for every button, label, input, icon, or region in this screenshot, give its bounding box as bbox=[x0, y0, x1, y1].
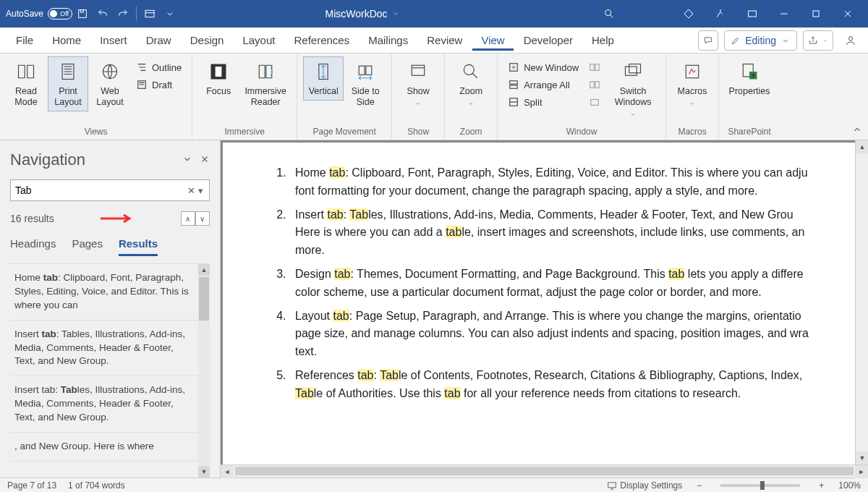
document-title[interactable]: MiscWorkDoc bbox=[180, 8, 544, 20]
results-list: Home tab: Clipboard, Font, Paragraph, St… bbox=[10, 263, 210, 478]
zoom-button[interactable]: Zoom bbox=[451, 56, 491, 111]
next-result-button[interactable]: ∨ bbox=[195, 211, 210, 226]
scroll-down-icon[interactable]: ▼ bbox=[198, 466, 210, 478]
result-item[interactable]: Home tab: Clipboard, Font, Paragraph, St… bbox=[10, 264, 198, 321]
tab-mailings[interactable]: Mailings bbox=[359, 30, 417, 51]
scroll-thumb[interactable] bbox=[199, 277, 209, 321]
svg-rect-4 bbox=[749, 11, 757, 17]
scroll-up-icon[interactable]: ▲ bbox=[856, 140, 868, 153]
nav-scrollbar[interactable]: ▲ ▼ bbox=[198, 264, 210, 478]
close-icon[interactable] bbox=[833, 4, 862, 24]
tab-home[interactable]: Home bbox=[43, 30, 90, 51]
doc-list-item: Home tab: Clipboard, Font, Paragraph, St… bbox=[289, 164, 855, 200]
clear-search-icon[interactable]: ✕ bbox=[186, 185, 197, 196]
show-button[interactable]: Show bbox=[398, 56, 438, 111]
zoom-level[interactable]: 100% bbox=[838, 480, 861, 491]
arrange-all-button[interactable]: Arrange All bbox=[503, 77, 583, 93]
print-layout-button[interactable]: Print Layout bbox=[48, 56, 88, 111]
svg-rect-22 bbox=[595, 64, 599, 71]
svg-rect-11 bbox=[216, 67, 222, 77]
vertical-button[interactable]: Vertical bbox=[303, 56, 344, 101]
nav-close-icon[interactable] bbox=[200, 154, 210, 166]
web-layout-button[interactable]: Web Layout bbox=[90, 56, 130, 111]
zoom-slider[interactable] bbox=[720, 484, 800, 487]
word-count[interactable]: 1 of 704 words bbox=[68, 480, 125, 491]
scroll-right-icon[interactable]: ► bbox=[855, 465, 868, 478]
results-count: 16 results bbox=[10, 213, 54, 224]
result-item[interactable]: , and New Group. Here is where bbox=[10, 433, 198, 462]
search-icon[interactable] bbox=[599, 4, 619, 24]
focus-button[interactable]: Focus bbox=[198, 56, 239, 101]
nav-search-field[interactable] bbox=[15, 184, 186, 196]
tab-view[interactable]: View bbox=[472, 30, 513, 51]
chevron-down-icon bbox=[414, 100, 422, 107]
tab-help[interactable]: Help bbox=[583, 30, 623, 51]
minimize-icon[interactable] bbox=[770, 4, 799, 24]
chevron-down-icon bbox=[467, 100, 475, 107]
tab-layout[interactable]: Layout bbox=[234, 30, 284, 51]
outline-button[interactable]: Outline bbox=[132, 59, 186, 75]
svg-text:S: S bbox=[752, 72, 755, 79]
account-icon[interactable] bbox=[841, 30, 861, 51]
tab-developer[interactable]: Developer bbox=[515, 30, 582, 51]
save-icon[interactable] bbox=[72, 4, 93, 24]
scroll-left-icon[interactable]: ◄ bbox=[221, 465, 234, 478]
autosave-toggle[interactable]: AutoSave Off bbox=[6, 8, 72, 20]
diamond-premium-icon[interactable] bbox=[674, 4, 703, 24]
zoom-out-button[interactable]: − bbox=[694, 480, 705, 491]
nav-tab-pages[interactable]: Pages bbox=[72, 237, 103, 256]
macros-button[interactable]: Macros bbox=[672, 56, 712, 111]
svg-rect-0 bbox=[79, 10, 87, 18]
scroll-thumb[interactable] bbox=[235, 467, 854, 475]
read-mode-button[interactable]: Read Mode bbox=[6, 56, 46, 111]
display-settings-button[interactable]: Display Settings bbox=[607, 480, 682, 491]
prev-result-button[interactable]: ∧ bbox=[181, 211, 195, 226]
ribbon-display-icon[interactable] bbox=[738, 4, 767, 24]
search-options-icon[interactable]: ▾ bbox=[197, 185, 205, 196]
document-area: Home tab: Clipboard, Font, Paragraph, St… bbox=[221, 140, 868, 478]
tab-draw[interactable]: Draw bbox=[137, 30, 180, 51]
tab-references[interactable]: References bbox=[285, 30, 358, 51]
vertical-scrollbar[interactable]: ▲ ▼ bbox=[855, 140, 868, 465]
group-window-label: Window bbox=[503, 127, 660, 138]
nav-dropdown-icon[interactable] bbox=[182, 154, 192, 166]
scroll-down-icon[interactable]: ▼ bbox=[856, 451, 868, 465]
tab-review[interactable]: Review bbox=[418, 30, 471, 51]
result-item[interactable]: Insert tab: Tables, Illustrations, Add-i… bbox=[10, 376, 198, 433]
undo-icon[interactable] bbox=[93, 4, 113, 24]
collapse-ribbon-icon[interactable] bbox=[852, 124, 862, 137]
nav-search-input[interactable]: ✕ ▾ bbox=[10, 179, 210, 201]
red-arrow-annotation bbox=[99, 213, 135, 224]
qat-dropdown-icon[interactable] bbox=[160, 4, 180, 24]
nav-tab-results[interactable]: Results bbox=[119, 237, 158, 256]
editing-mode-button[interactable]: Editing bbox=[724, 30, 797, 51]
customize-qat-icon[interactable] bbox=[140, 4, 160, 24]
tab-insert[interactable]: Insert bbox=[91, 30, 136, 51]
page-indicator[interactable]: Page 7 of 13 bbox=[7, 480, 56, 491]
properties-button[interactable]: SProperties bbox=[725, 56, 774, 101]
redo-icon[interactable] bbox=[113, 4, 133, 24]
result-item[interactable]: Insert tab: Tables, Illustrations, Add-i… bbox=[10, 321, 198, 377]
coming-soon-icon[interactable] bbox=[706, 4, 735, 24]
horizontal-scrollbar[interactable]: ◄ ► bbox=[221, 465, 868, 478]
new-window-button[interactable]: New Window bbox=[503, 59, 583, 75]
svg-rect-26 bbox=[626, 67, 637, 75]
toggle-off-icon[interactable]: Off bbox=[48, 8, 72, 20]
group-page-movement-label: Page Movement bbox=[303, 127, 386, 138]
svg-rect-23 bbox=[590, 82, 594, 88]
split-button[interactable]: Split bbox=[503, 94, 583, 110]
comments-button[interactable] bbox=[698, 30, 718, 51]
side-to-side-button[interactable]: Side to Side bbox=[345, 56, 386, 111]
tab-design[interactable]: Design bbox=[182, 30, 233, 51]
svg-rect-18 bbox=[510, 81, 518, 84]
nav-tab-headings[interactable]: Headings bbox=[10, 237, 56, 256]
maximize-icon[interactable] bbox=[801, 4, 830, 24]
zoom-in-button[interactable]: + bbox=[816, 480, 827, 491]
document-page[interactable]: Home tab: Clipboard, Font, Paragraph, St… bbox=[223, 143, 855, 478]
draft-button[interactable]: Draft bbox=[132, 77, 186, 93]
tab-file[interactable]: File bbox=[7, 30, 42, 51]
scroll-up-icon[interactable]: ▲ bbox=[198, 264, 210, 276]
share-button[interactable] bbox=[803, 30, 833, 51]
immersive-reader-button[interactable]: Immersive Reader bbox=[240, 56, 291, 111]
switch-windows-button[interactable]: Switch Windows bbox=[606, 56, 660, 122]
